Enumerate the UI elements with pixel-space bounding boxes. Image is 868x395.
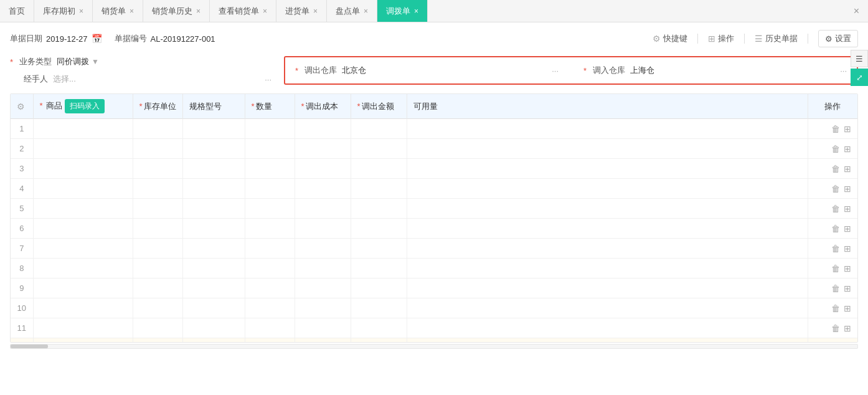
tab-sales-close[interactable]: × [130,7,134,16]
row-3-cost[interactable] [295,159,351,179]
row-7-qty[interactable] [245,239,295,259]
copy-icon-11[interactable]: ⊞ [844,323,851,333]
tab-inventory-init[interactable]: 库存期初 × [34,0,93,22]
copy-icon-9[interactable]: ⊞ [844,283,851,293]
tab-purchase[interactable]: 进货单 × [276,0,327,22]
tab-stocktake-close[interactable]: × [364,7,368,16]
row-10-qty[interactable] [245,298,295,318]
row-5-unit[interactable] [133,199,182,219]
copy-icon-6[interactable]: ⊞ [844,224,851,234]
row-4-qty[interactable] [245,179,295,199]
row-6-product[interactable] [33,219,133,239]
sidebar-list-icon[interactable]: ☰ [851,50,868,67]
row-10-amount[interactable] [351,298,407,318]
row-6-spec[interactable] [182,219,245,239]
delete-icon-10[interactable]: 🗑 [831,303,840,313]
row-4-product[interactable] [33,179,133,199]
row-3-qty[interactable] [245,159,295,179]
row-4-unit[interactable] [133,179,182,199]
copy-icon-7[interactable]: ⊞ [844,244,851,254]
row-8-cost[interactable] [295,259,351,278]
row-1-qty[interactable] [245,119,295,139]
handler-placeholder[interactable]: 选择... [53,74,76,85]
delete-icon-8[interactable]: 🗑 [831,264,840,274]
row-1-available[interactable] [407,119,808,139]
row-7-unit[interactable] [133,239,182,259]
row-5-spec[interactable] [182,199,245,219]
row-5-cost[interactable] [295,199,351,219]
calendar-icon[interactable]: 📅 [92,34,102,44]
row-5-product[interactable] [33,199,133,219]
tab-stocktake[interactable]: 盘点单 × [327,0,377,22]
row-4-amount[interactable] [351,179,407,199]
sidebar-expand-icon[interactable]: ⤢ [851,69,868,86]
row-9-qty[interactable] [245,278,295,298]
copy-icon-8[interactable]: ⊞ [844,264,851,274]
row-3-spec[interactable] [182,159,245,179]
out-warehouse-dots[interactable]: ··· [552,66,559,75]
row-1-cost[interactable] [295,119,351,139]
row-7-available[interactable] [407,239,808,259]
tab-transfer-close[interactable]: × [414,7,418,16]
row-9-spec[interactable] [182,278,245,298]
row-7-amount[interactable] [351,239,407,259]
row-2-cost[interactable] [295,139,351,159]
row-6-unit[interactable] [133,219,182,239]
row-11-product[interactable] [33,318,133,338]
tab-sales-history-close[interactable]: × [196,7,200,16]
delete-icon-7[interactable]: 🗑 [831,244,840,254]
row-11-qty[interactable] [245,318,295,338]
settings-gear-icon[interactable]: ⚙ [17,102,25,112]
row-1-spec[interactable] [182,119,245,139]
row-3-product[interactable] [33,159,133,179]
row-9-cost[interactable] [295,278,351,298]
row-2-product[interactable] [33,139,133,159]
row-9-available[interactable] [407,278,808,298]
row-6-cost[interactable] [295,219,351,239]
tab-purchase-close[interactable]: × [313,7,318,16]
row-10-spec[interactable] [182,298,245,318]
row-8-amount[interactable] [351,259,407,278]
in-warehouse-dots[interactable]: ··· [840,66,847,75]
copy-icon-2[interactable]: ⊞ [844,144,851,154]
row-10-cost[interactable] [295,298,351,318]
row-10-available[interactable] [407,298,808,318]
tab-view-sales[interactable]: 查看销货单 × [210,0,276,22]
row-5-amount[interactable] [351,199,407,219]
row-3-amount[interactable] [351,159,407,179]
tab-sales-history[interactable]: 销货单历史 × [143,0,210,22]
tab-inventory-init-close[interactable]: × [79,7,83,16]
delete-icon-4[interactable]: 🗑 [831,184,840,194]
delete-icon-6[interactable]: 🗑 [831,224,840,234]
handler-dots[interactable]: ··· [265,75,271,84]
row-4-spec[interactable] [182,179,245,199]
horizontal-scrollbar[interactable] [10,344,858,349]
row-2-amount[interactable] [351,139,407,159]
delete-icon-11[interactable]: 🗑 [831,323,840,333]
row-11-cost[interactable] [295,318,351,338]
delete-icon-1[interactable]: 🗑 [831,124,840,134]
tab-transfer[interactable]: 调拨单 × [377,0,428,22]
row-9-product[interactable] [33,278,133,298]
row-1-amount[interactable] [351,119,407,139]
row-4-available[interactable] [407,179,808,199]
copy-icon-5[interactable]: ⊞ [844,204,851,214]
row-3-available[interactable] [407,159,808,179]
row-11-unit[interactable] [133,318,182,338]
row-8-unit[interactable] [133,259,182,278]
row-6-qty[interactable] [245,219,295,239]
tab-view-sales-close[interactable]: × [263,7,267,16]
row-3-unit[interactable] [133,159,182,179]
row-2-qty[interactable] [245,139,295,159]
row-11-spec[interactable] [182,318,245,338]
window-close-button[interactable]: × [845,6,868,17]
row-2-spec[interactable] [182,139,245,159]
row-2-unit[interactable] [133,139,182,159]
operations-button[interactable]: ⊞ 操作 [708,33,734,44]
settings-button[interactable]: ⚙ 设置 [818,30,858,47]
row-7-spec[interactable] [182,239,245,259]
tab-sales[interactable]: 销货单 × [93,0,143,22]
row-11-available[interactable] [407,318,808,338]
row-1-unit[interactable] [133,119,182,139]
row-1-product[interactable] [33,119,133,139]
